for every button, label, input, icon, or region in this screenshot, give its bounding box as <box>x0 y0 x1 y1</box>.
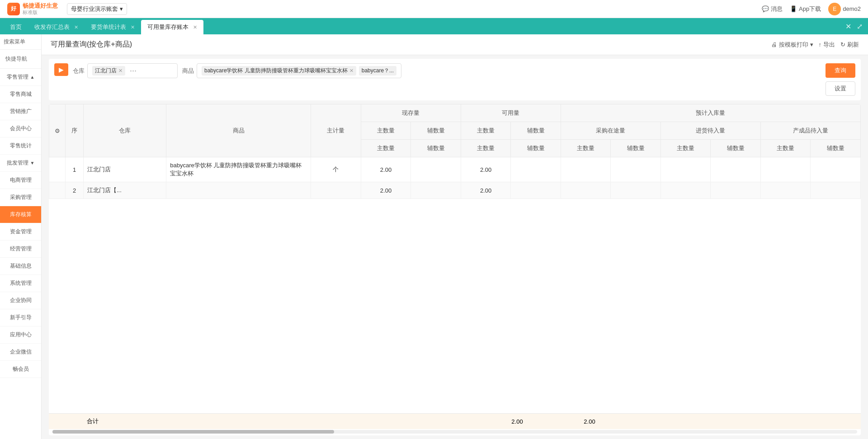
sidebar-item-member-service[interactable]: 畅会员 <box>0 361 41 378</box>
footer-cur-main: 2.00 <box>499 418 535 425</box>
th-cs-aux-qty: 辅数量 <box>411 140 461 157</box>
sidebar-item-wholesale[interactable]: 批发管理 ▼ <box>0 155 41 172</box>
th-available-main: 主数量 <box>461 122 511 140</box>
page-header: 可用量查询(按仓库+商品) 🖨 按模板打印 ▾ ↑ 导出 ↻ 刷新 <box>42 34 868 55</box>
tab-available-stock[interactable]: 可用量库存账本 ✕ <box>141 20 203 34</box>
warehouse-tag-close[interactable]: ✕ <box>118 68 123 74</box>
print-btn[interactable]: 🖨 按模板打印 ▾ <box>771 41 813 49</box>
page-title-row: 可用量查询(按仓库+商品) 🖨 按模板打印 ▾ ↑ 导出 ↻ 刷新 <box>51 40 859 49</box>
row2-seq: 2 <box>66 182 84 199</box>
tab-close-all[interactable]: ✕ <box>844 20 853 33</box>
product-tag1-close[interactable]: ✕ <box>349 68 354 74</box>
sidebar-item-purchase[interactable]: 采购管理 <box>0 189 41 206</box>
sidebar-app-center-label: 应用中心 <box>10 331 32 339</box>
warehouse-input[interactable]: 江北门店 ✕ ··· <box>87 63 178 78</box>
th-available: 可用量 <box>461 104 561 122</box>
th-seq: 序 <box>66 104 84 157</box>
row2-pt-aux <box>611 182 661 199</box>
settings-btn[interactable]: 设置 <box>826 81 855 96</box>
sidebar-item-member[interactable]: 会员中心 <box>0 120 41 137</box>
search-label[interactable]: 搜索菜单 <box>4 38 25 45</box>
chevron-print-icon: ▾ <box>810 41 813 48</box>
filter-actions: 查询 设置 <box>826 63 855 96</box>
row2-prod-main <box>760 182 811 199</box>
row2-warehouse: 江北门店【... <box>84 182 166 199</box>
chevron-icon: ▲ <box>30 75 35 80</box>
sidebar-item-new-guide[interactable]: 新手引导 <box>0 309 41 326</box>
sidebar-item-enterprise-wechat[interactable]: 企业微信 <box>0 344 41 361</box>
table-row: 1 江北门店 babycare学饮杯 儿童防摔防撞吸管杯重力球吸嘴杯宝宝水杯 个… <box>49 157 861 182</box>
table-row: 2 江北门店【... 2.00 2.00 <box>49 182 861 199</box>
tab-order-stats[interactable]: 要货单统计表 ✕ <box>85 20 141 34</box>
refresh-btn[interactable]: ↻ 刷新 <box>840 41 859 49</box>
nav-label[interactable]: 快捷导航 <box>0 52 41 66</box>
industry-selector[interactable]: 母婴行业演示账套 ▾ <box>67 3 127 15</box>
row2-cur-aux <box>411 182 461 199</box>
sidebar-marketing-label: 营销推广 <box>10 108 32 115</box>
sidebar-item-basic-info[interactable]: 基础信息 <box>0 258 41 275</box>
top-bar-right: 💬 消息 📱 App下载 E demo2 <box>762 3 861 15</box>
th-purchase-transit: 采购在途量 <box>561 122 660 140</box>
row1-prod-aux <box>811 157 861 182</box>
sidebar-item-app-center[interactable]: 应用中心 <box>0 326 41 344</box>
th-pp-aux: 辅数量 <box>711 140 761 157</box>
tab-close-receipt[interactable]: ✕ <box>74 24 78 30</box>
sidebar-nav[interactable]: 快捷导航 <box>0 50 41 69</box>
row2-cur-main: 2.00 <box>361 182 411 199</box>
tab-receipt-summary[interactable]: 收发存汇总表 ✕ <box>28 20 85 34</box>
row1-warehouse: 江北门店 <box>84 157 166 182</box>
row1-cur-main: 2.00 <box>361 157 411 182</box>
warehouse-label: 仓库 <box>73 67 85 75</box>
th-current-stock: 现存量 <box>361 104 461 122</box>
warehouse-more[interactable]: ··· <box>128 66 138 76</box>
sidebar-item-operations[interactable]: 经营管理 <box>0 241 41 258</box>
sidebar-item-retail-shop[interactable]: 零售商城 <box>0 86 41 103</box>
row2-pp-main <box>660 182 711 199</box>
query-btn[interactable]: 查询 <box>826 63 855 78</box>
sidebar-item-enterprise[interactable]: 企业协同 <box>0 292 41 309</box>
sidebar-item-inventory[interactable]: 库存核算 <box>0 206 41 223</box>
row2-gear[interactable] <box>49 182 66 199</box>
sidebar-item-ecommerce[interactable]: 电商管理 <box>0 172 41 189</box>
row2-pt-main <box>561 182 611 199</box>
export-btn[interactable]: ↑ 导出 <box>819 41 835 49</box>
tab-home-label: 首页 <box>10 23 22 31</box>
warehouse-filter: 仓库 江北门店 ✕ ··· <box>73 63 178 78</box>
sidebar-item-marketing[interactable]: 营销推广 <box>0 103 41 120</box>
row1-gear[interactable] <box>49 157 66 182</box>
product-input[interactable]: babycare学饮杯 儿童防摔防撞吸管杯重力球吸嘴杯宝宝水杯 ✕ babyca… <box>197 63 401 78</box>
sidebar-search[interactable]: 搜索菜单 <box>0 34 41 50</box>
top-bar: 好 畅捷通好生意 标准版 母婴行业演示账套 ▾ 💬 消息 📱 App下载 E d… <box>0 0 868 18</box>
message-btn[interactable]: 💬 消息 <box>762 5 783 13</box>
sidebar-item-retail[interactable]: 零售管理 ▲ <box>0 69 41 86</box>
sidebar-item-system[interactable]: 系统管理 <box>0 275 41 292</box>
th-av-aux-qty: 辅数量 <box>511 140 561 157</box>
product-tag2: babycare？... <box>359 66 396 76</box>
th-pt-aux: 辅数量 <box>611 140 661 157</box>
sidebar-item-finance[interactable]: 资金管理 <box>0 223 41 241</box>
th-current-aux: 辅数量 <box>411 122 461 140</box>
row1-seq: 1 <box>66 157 84 182</box>
tab-close-order[interactable]: ✕ <box>131 24 135 30</box>
app-download-btn[interactable]: 📱 App下载 <box>790 5 821 13</box>
scrollbar-track[interactable] <box>49 429 861 435</box>
tab-bar: 首页 收发存汇总表 ✕ 要货单统计表 ✕ 可用量库存账本 ✕ ✕ ⤢ <box>0 18 868 34</box>
filter-expand-btn[interactable]: ▶ <box>54 63 68 76</box>
th-av-main-qty: 主数量 <box>461 140 511 157</box>
tab-home[interactable]: 首页 <box>4 20 28 34</box>
th-current-main: 主数量 <box>361 122 411 140</box>
sidebar-purchase-label: 采购管理 <box>10 194 32 201</box>
user-avatar[interactable]: E demo2 <box>828 3 861 15</box>
sidebar-item-retail-stats[interactable]: 零售统计 <box>0 137 41 155</box>
row1-prod-main <box>760 157 811 182</box>
product-label: 商品 <box>182 67 194 75</box>
th-production-pending: 产成品待入量 <box>760 122 860 140</box>
tab-receipt-label: 收发存汇总表 <box>34 23 70 31</box>
tab-maximize[interactable]: ⤢ <box>855 20 864 33</box>
sidebar-new-guide-label: 新手引导 <box>10 314 32 321</box>
row2-av-main: 2.00 <box>461 182 511 199</box>
th-gear[interactable]: ⚙ <box>49 104 66 157</box>
product-filter: 商品 babycare学饮杯 儿童防摔防撞吸管杯重力球吸嘴杯宝宝水杯 ✕ bab… <box>182 63 401 78</box>
table-container: ⚙ 序 仓库 商品 主计量 现存量 可用量 预计入库量 主数量 辅数量 主数量 … <box>49 104 861 435</box>
tab-close-available[interactable]: ✕ <box>193 24 197 30</box>
